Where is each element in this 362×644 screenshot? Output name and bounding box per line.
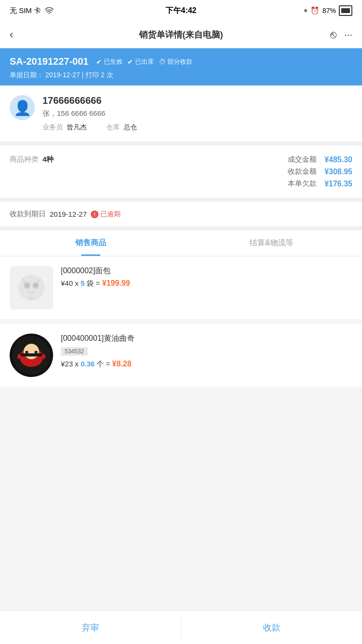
product-name-2: [000400001]黄油曲奇 xyxy=(61,334,352,344)
customer-info: 17666666666 张，156 6666 6666 业务员 曾凡杰 仓库 总… xyxy=(42,95,352,132)
warehouse-name: 总仓 xyxy=(124,123,137,132)
tab-settlement[interactable]: 结算&物流等 xyxy=(181,230,362,256)
order-header-banner: SA-20191227-001 ✔ 已生效 ✔ 已出库 ⏱ 部分收款 单据日期：… xyxy=(0,48,362,85)
product-count: 4种 xyxy=(42,155,54,164)
badge-effective: ✔ 已生效 xyxy=(96,57,123,66)
product-placeholder-1: 食+ xyxy=(10,266,53,309)
debt-label: 本单欠款 xyxy=(288,179,317,188)
overdue-badge: ! 已逾期 xyxy=(91,210,121,219)
received-value: ¥308.95 xyxy=(324,168,352,176)
alarm-icon: ⏰ xyxy=(310,6,320,15)
received-label: 收款金额 xyxy=(288,167,317,176)
bottom-bar: 弃审 收款 xyxy=(0,610,362,644)
tabs-section: 销售商品 结算&物流等 xyxy=(0,230,362,256)
sales-label: 业务员 xyxy=(42,123,63,132)
amount-label: 成交金额 xyxy=(288,155,317,164)
wifi-icon xyxy=(45,7,54,14)
product-sku-2: 534532 xyxy=(61,347,88,356)
customer-id: 17666666666 xyxy=(42,95,352,106)
tab-sales-products[interactable]: 销售商品 xyxy=(0,230,181,256)
product-card-2: [000400001]黄油曲奇 534532 ¥23 x 0.36 个 = ¥8… xyxy=(0,324,362,387)
badge-group: ✔ 已生效 ✔ 已出库 ⏱ 部分收款 xyxy=(96,57,193,66)
debt-value: ¥176.35 xyxy=(324,180,352,188)
product-list: 食+ [0000002]面包 ¥40 x 5 袋 = ¥199.99 xyxy=(0,256,362,387)
summary-right: 成交金额 ¥485.30 收款金额 ¥308.95 本单欠款 ¥176.35 xyxy=(288,155,352,188)
product-name-1: [0000002]面包 xyxy=(61,266,352,276)
check-icon-2: ✔ xyxy=(127,58,133,66)
overdue-label: 已逾期 xyxy=(100,210,121,219)
due-date: 2019-12-27 xyxy=(50,210,87,218)
product-total-2: ¥8.28 xyxy=(112,360,131,368)
collect-payment-button[interactable]: 收款 xyxy=(181,611,362,644)
customer-name-phone: 张，156 6666 6666 xyxy=(42,109,352,118)
product-card-1: 食+ [0000002]面包 ¥40 x 5 袋 = ¥199.99 xyxy=(0,256,362,319)
overdue-dot-icon: ! xyxy=(91,210,98,218)
order-date-line: 单据日期： 2019-12-27 | 打印 2 次 xyxy=(10,71,352,80)
product-total-1: ¥199.99 xyxy=(102,279,130,287)
amount-value: ¥485.30 xyxy=(324,155,352,164)
summary-section: 商品种类 4种 成交金额 ¥485.30 收款金额 ¥308.95 本单欠款 ¥… xyxy=(0,145,362,202)
customer-section: 👤 17666666666 张，156 6666 6666 业务员 曾凡杰 仓库… xyxy=(0,85,362,145)
svg-point-5 xyxy=(34,284,37,287)
share-button[interactable]: ⎋ xyxy=(330,28,336,41)
product-type-label: 商品种类 xyxy=(10,155,39,164)
carrier-label: 无 SIM 卡 xyxy=(10,6,41,15)
nav-right-actions: ⎋ ··· xyxy=(330,28,352,41)
warehouse-meta: 仓库 总仓 xyxy=(106,123,137,132)
product-info-2: [000400001]黄油曲奇 534532 ¥23 x 0.36 个 = ¥8… xyxy=(61,334,352,369)
order-id: SA-20191227-001 xyxy=(10,56,88,67)
badge-partial-payment: ⏱ 部分收款 xyxy=(159,57,193,66)
product-image-2 xyxy=(10,334,53,377)
due-label: 收款到期日 xyxy=(10,210,46,219)
more-button[interactable]: ··· xyxy=(344,29,352,40)
summary-left: 商品种类 4种 xyxy=(10,155,54,166)
status-right: ⌖ ⏰ 87% xyxy=(304,5,352,16)
svg-point-0 xyxy=(49,13,50,14)
svg-point-4 xyxy=(25,284,28,287)
product-price-1: ¥40 x 5 袋 = ¥199.99 xyxy=(61,279,352,288)
status-time: 下午4:42 xyxy=(166,6,196,16)
badge-shipped: ✔ 已出库 xyxy=(127,57,154,66)
received-row: 收款金额 ¥308.95 xyxy=(288,167,352,176)
clock-icon: ⏱ xyxy=(159,58,166,66)
battery-label: 87% xyxy=(322,7,336,14)
location-icon: ⌖ xyxy=(304,6,307,15)
person-icon: 👤 xyxy=(14,99,31,116)
svg-rect-10 xyxy=(20,353,43,356)
cancel-audit-button[interactable]: 弃审 xyxy=(0,611,181,644)
sales-name: 曾凡杰 xyxy=(67,123,87,132)
status-left: 无 SIM 卡 xyxy=(10,6,54,15)
warehouse-label: 仓库 xyxy=(106,123,120,132)
product-image-1: 食+ xyxy=(10,266,53,309)
svg-point-11 xyxy=(25,350,28,353)
avatar: 👤 xyxy=(10,95,35,120)
svg-text:食+: 食+ xyxy=(29,296,34,300)
svg-point-12 xyxy=(34,350,37,353)
check-icon-1: ✔ xyxy=(96,58,102,66)
nav-bar: ‹ 销货单详情(来自电脑) ⎋ ··· xyxy=(0,21,362,48)
page-title: 销货单详情(来自电脑) xyxy=(139,29,223,41)
product-info-1: [0000002]面包 ¥40 x 5 袋 = ¥199.99 xyxy=(61,266,352,288)
due-section: 收款到期日 2019-12-27 ! 已逾期 xyxy=(0,202,362,230)
amount-row: 成交金额 ¥485.30 xyxy=(288,155,352,164)
product-price-2: ¥23 x 0.36 个 = ¥8.28 xyxy=(61,360,352,369)
back-button[interactable]: ‹ xyxy=(10,28,13,41)
owl-icon: 食+ xyxy=(17,273,46,302)
status-bar: 无 SIM 卡 下午4:42 ⌖ ⏰ 87% xyxy=(0,0,362,21)
customer-meta: 业务员 曾凡杰 仓库 总仓 xyxy=(42,123,352,132)
product-qty-2: 0.36 xyxy=(81,360,95,368)
product-qty-1: 5 xyxy=(81,279,84,287)
debt-row: 本单欠款 ¥176.35 xyxy=(288,179,352,188)
battery-icon xyxy=(339,5,352,16)
sales-meta: 业务员 曾凡杰 xyxy=(42,123,87,132)
ninja-icon xyxy=(12,336,51,375)
